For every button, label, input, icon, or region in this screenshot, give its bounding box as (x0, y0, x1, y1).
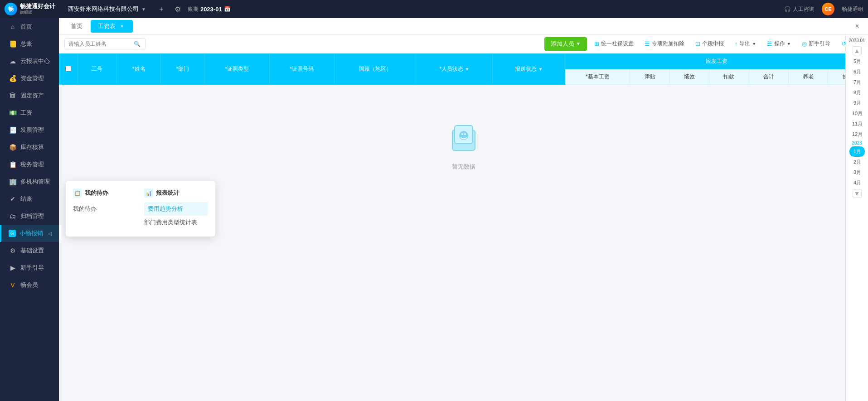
timeline-month-10[interactable]: 10月 (846, 108, 868, 119)
search-icon[interactable]: 🔍 (134, 41, 141, 47)
timeline-nav-up[interactable]: ▲ (853, 46, 862, 55)
col-person-status: *人员状态 ▼ (416, 54, 493, 85)
col-name: *姓名 (117, 54, 161, 85)
user-avatar[interactable]: CE (822, 3, 834, 15)
timeline-month-9[interactable]: 9月 (846, 98, 868, 108)
col-id-type: *证照类型 (204, 54, 269, 85)
timeline-month-6[interactable]: 6月 (846, 67, 868, 77)
person-status-filter-icon[interactable]: ▼ (465, 67, 469, 72)
basic-settings-icon: ⚙ (9, 247, 17, 254)
todo-section-title: 我的待办 (85, 189, 108, 197)
dropdown-my-todo[interactable]: 我的待办 (73, 202, 137, 216)
sidebar-label-basic: 基础设置 (20, 246, 44, 255)
sidebar-label-invoice: 发票管理 (20, 126, 44, 134)
sidebar-item-multi-org[interactable]: 🏢 多机构管理 (0, 173, 59, 190)
sidebar-item-inventory[interactable]: 📦 库存核算 (0, 139, 59, 156)
support-button[interactable]: 🎧 人工咨询 (784, 5, 815, 13)
header-actions: ＋ ⚙ (155, 3, 184, 15)
app-name: 畅捷通好会计 (20, 3, 55, 10)
col-performance: 绩效 (669, 69, 709, 85)
company-selector[interactable]: 西安虾米网络科技有限公司 ▼ (63, 5, 150, 13)
sidebar-item-archive[interactable]: 🗂 归档管理 (0, 208, 59, 225)
archive-icon: 🗂 (9, 213, 17, 220)
tab-bar: 首页 工资表 × × (59, 18, 868, 34)
sidebar-label-expense: 小畅报销 (19, 229, 43, 237)
tax-icon: 📋 (9, 161, 17, 168)
dropdown-cost-trend[interactable]: 费用趋势分析 (144, 202, 208, 216)
special-deduction-label: 专项附加扣除 (652, 40, 684, 48)
cloud-icon: ☁ (9, 58, 17, 65)
timeline-month-4[interactable]: 4月 (846, 178, 868, 188)
tab-close-salary[interactable]: × (118, 23, 126, 30)
sidebar-item-tax[interactable]: 📋 税务管理 (0, 156, 59, 173)
timeline-month-12[interactable]: 12月 (846, 129, 868, 140)
sidebar-item-ledger[interactable]: 📒 总账 (0, 35, 59, 53)
social-insurance-btn[interactable]: ⊞ 统一社保设置 (591, 38, 637, 49)
multi-org-icon: 🏢 (9, 178, 17, 185)
search-input[interactable] (68, 41, 132, 47)
sidebar-label-ledger: 总账 (20, 40, 32, 48)
report-status-filter-icon[interactable]: ▼ (538, 67, 543, 72)
calendar-icon[interactable]: 📅 (224, 6, 231, 12)
timeline-month-8[interactable]: 8月 (846, 87, 868, 98)
svg-point-3 (461, 133, 463, 135)
search-box: 🔍 (64, 39, 146, 49)
col-country: 国籍（地区） (334, 54, 416, 85)
logo-text-block: 畅捷通好会计 旗舰版 (20, 3, 55, 16)
ledger-icon: 📒 (9, 40, 17, 48)
top-header: 畅 畅捷通好会计 旗舰版 西安虾米网络科技有限公司 ▼ ＋ ⚙ 账期 2023-… (0, 0, 868, 18)
select-all-checkbox[interactable] (65, 66, 71, 72)
sidebar-item-expense[interactable]: G 小畅报销 ◁ (0, 225, 59, 242)
add-btn-header[interactable]: ＋ (155, 3, 168, 15)
operations-icon: ☰ (767, 40, 772, 47)
col-pension: 养老 (789, 69, 828, 85)
app-logo-icon: 畅 (5, 3, 17, 15)
sidebar: ⌂ 首页 📒 总账 ☁ 云报表中心 💰 资金管理 🏛 固定资产 💵 工资 🧾 发… (0, 18, 59, 401)
social-insurance-icon: ⊞ (594, 40, 599, 47)
col-dept: *部门 (160, 54, 204, 85)
sidebar-item-home[interactable]: ⌂ 首页 (0, 18, 59, 35)
dropdown-dept-cost[interactable]: 部门费用类型统计表 (144, 216, 208, 229)
sidebar-label-tax: 税务管理 (20, 160, 44, 169)
timeline-panel: 2023.01 ▲ 5月 6月 7月 8月 9月 10月 11月 12月 202… (845, 34, 868, 401)
dropdown-menu: 📋 我的待办 我的待办 📊 报表统计 费用趋势分析 部门费用类型统计表 (66, 181, 215, 237)
sidebar-label-cloud: 云报表中心 (20, 57, 50, 65)
headset-icon: 🎧 (784, 6, 791, 12)
sidebar-item-fixed-assets[interactable]: 🏛 固定资产 (0, 87, 59, 104)
add-person-button[interactable]: 添加人员 ▼ (544, 37, 587, 51)
period-label: 账期 (188, 5, 199, 13)
personal-tax-btn[interactable]: ⊡ 个税申报 (692, 38, 727, 49)
timeline-header: 2023.01 (846, 36, 868, 45)
sidebar-label-capital: 资金管理 (20, 74, 44, 82)
sidebar-item-salary[interactable]: 💵 工资 (0, 104, 59, 121)
sidebar-item-invoice[interactable]: 🧾 发票管理 (0, 121, 59, 139)
timeline-month-1[interactable]: 1月 (849, 146, 865, 157)
settings-btn-header[interactable]: ⚙ (171, 3, 184, 15)
timeline-month-7[interactable]: 7月 (846, 77, 868, 87)
new-guide-toolbar-btn[interactable]: ◎ 新手引导 (798, 38, 834, 49)
sidebar-item-basic-settings[interactable]: ⚙ 基础设置 (0, 242, 59, 259)
timeline-month-2[interactable]: 2月 (846, 157, 868, 167)
sidebar-label-settle: 结账 (20, 195, 32, 203)
operations-btn[interactable]: ☰ 操作 ▼ (763, 38, 795, 49)
sidebar-item-cloud-report[interactable]: ☁ 云报表中心 (0, 53, 59, 70)
tab-salary[interactable]: 工资表 × (91, 20, 133, 33)
empty-text: 暂无数据 (452, 163, 475, 171)
personal-tax-label: 个税申报 (702, 40, 724, 48)
sidebar-item-settle[interactable]: ✔ 结账 (0, 190, 59, 208)
sidebar-item-new-guide[interactable]: ▶ 新手引导 (0, 259, 59, 276)
logo-area: 畅 畅捷通好会计 旗舰版 (5, 3, 63, 16)
special-deduction-btn[interactable]: ☰ 专项附加扣除 (641, 38, 688, 49)
tab-home[interactable]: 首页 (63, 20, 90, 33)
export-btn[interactable]: ↑ 导出 ▼ (731, 38, 760, 49)
col-id-no: *证照号码 (269, 54, 334, 85)
sidebar-item-capital[interactable]: 💰 资金管理 (0, 70, 59, 87)
sidebar-label-archive: 归档管理 (20, 212, 44, 220)
timeline-month-11[interactable]: 11月 (846, 119, 868, 129)
col-job-no: 工号 (78, 54, 117, 85)
sidebar-item-member[interactable]: V 畅会员 (0, 276, 59, 294)
timeline-nav-down[interactable]: ▼ (853, 189, 862, 198)
timeline-month-5[interactable]: 5月 (846, 56, 868, 67)
timeline-month-3[interactable]: 3月 (846, 167, 868, 178)
close-panel-button[interactable]: × (851, 20, 863, 33)
